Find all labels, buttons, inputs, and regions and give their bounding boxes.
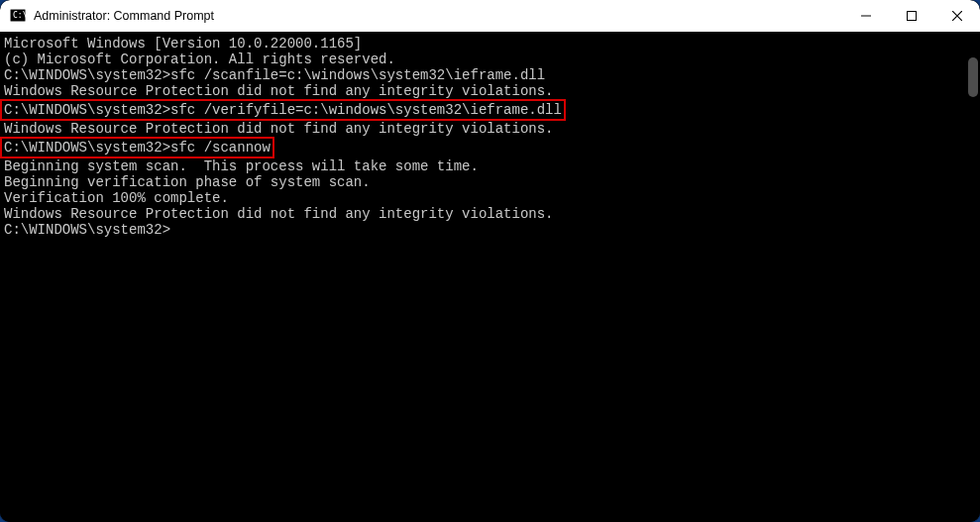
terminal-line: Beginning system scan. This process will…: [4, 158, 976, 174]
svg-rect-2: [908, 12, 917, 21]
terminal-line: Microsoft Windows [Version 10.0.22000.11…: [4, 36, 976, 52]
minimize-button[interactable]: [843, 0, 889, 32]
window-title: Administrator: Command Prompt: [34, 9, 214, 23]
scrollbar-thumb[interactable]: [968, 57, 978, 97]
terminal-line: C:\WINDOWS\system32>sfc /scanfile=c:\win…: [4, 67, 976, 83]
svg-text:C:\: C:\: [13, 11, 26, 20]
scrollbar-track[interactable]: [968, 38, 978, 516]
highlighted-command: C:\WINDOWS\system32>sfc /verifyfile=c:\w…: [0, 99, 566, 121]
close-button[interactable]: [934, 0, 980, 32]
command-prompt-window: C:\ Administrator: Command Prompt Micros…: [0, 0, 980, 522]
terminal-line: Windows Resource Protection did not find…: [4, 121, 976, 137]
terminal-output[interactable]: Microsoft Windows [Version 10.0.22000.11…: [0, 32, 980, 522]
window-controls: [843, 0, 980, 32]
terminal-line: Windows Resource Protection did not find…: [4, 83, 976, 99]
maximize-button[interactable]: [889, 0, 934, 32]
terminal-line: (c) Microsoft Corporation. All rights re…: [4, 52, 976, 67]
terminal-line: Beginning verification phase of system s…: [4, 174, 976, 190]
terminal-line: C:\WINDOWS\system32>sfc /verifyfile=c:\w…: [4, 99, 976, 121]
terminal-line: C:\WINDOWS\system32>sfc /scannow: [4, 137, 976, 158]
terminal-line: Windows Resource Protection did not find…: [4, 206, 976, 222]
terminal-line: C:\WINDOWS\system32>: [4, 222, 976, 238]
highlighted-command: C:\WINDOWS\system32>sfc /scannow: [0, 137, 274, 158]
titlebar[interactable]: C:\ Administrator: Command Prompt: [0, 0, 980, 32]
cmd-icon: C:\: [10, 8, 26, 24]
terminal-area[interactable]: Microsoft Windows [Version 10.0.22000.11…: [0, 32, 980, 522]
terminal-line: Verification 100% complete.: [4, 190, 976, 206]
